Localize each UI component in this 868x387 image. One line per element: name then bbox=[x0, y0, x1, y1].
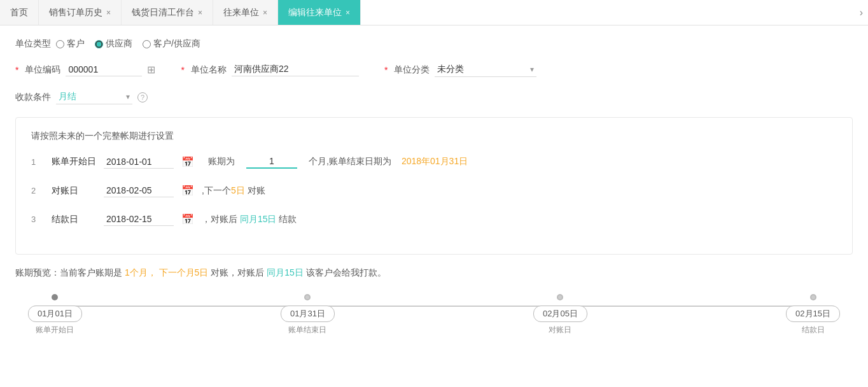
tab-sales-history-close[interactable]: × bbox=[106, 8, 111, 17]
unit-code-copy-icon[interactable]: ⊞ bbox=[147, 64, 155, 76]
preview-text: 账期预览：当前客户账期是 1个月， 下一个月5日 对账，对账后 同月15日 该客… bbox=[15, 267, 853, 279]
payment-chevron: ▾ bbox=[126, 92, 130, 101]
period-num-3: 3 bbox=[31, 215, 44, 224]
unit-category-value: 未分类 bbox=[437, 64, 528, 75]
preview-p1: 1个月， bbox=[125, 267, 157, 278]
period-desc-2: ,下一个5日 对账 bbox=[202, 185, 265, 197]
period-num-2: 2 bbox=[31, 186, 44, 195]
tab-edit-partner[interactable]: 编辑往来单位 × bbox=[278, 0, 361, 25]
tab-home-label: 首页 bbox=[10, 7, 28, 18]
settings-panel: 请按照未来的一个完整帐期进行设置 1 账单开始日 📅 账期为 个月,账单结束日期… bbox=[15, 117, 853, 255]
tl-dot-2 bbox=[304, 294, 311, 300]
tl-box-1: 01月01日 bbox=[28, 306, 82, 322]
payment-row: 收款条件 月结 ▾ ? bbox=[15, 90, 853, 104]
tl-box-2: 01月31日 bbox=[281, 306, 335, 322]
radio-supplier-input[interactable] bbox=[95, 40, 103, 48]
unit-name-input[interactable] bbox=[232, 63, 359, 76]
period-desc-3: ，对账后 同月15日 结款 bbox=[202, 214, 297, 225]
radio-customer-input[interactable] bbox=[56, 40, 64, 48]
payment-value: 月结 bbox=[59, 91, 123, 102]
unit-type-row: 单位类型 客户 供应商 客户/供应商 bbox=[15, 38, 853, 50]
unit-code-label: 单位编码 bbox=[25, 64, 60, 76]
radio-customer[interactable]: 客户 bbox=[56, 38, 85, 50]
unit-info-row: * 单位编码 ⊞ * 单位名称 * 单位分类 未分类 ▾ bbox=[15, 62, 853, 77]
timeline-point-3: 02月05日 对账日 bbox=[533, 294, 587, 335]
panel-title: 请按照未来的一个完整帐期进行设置 bbox=[31, 130, 837, 142]
unit-type-label: 单位类型 bbox=[15, 38, 51, 50]
period-label-2: 对账日 bbox=[52, 185, 96, 197]
unit-type-radio-group: 客户 供应商 客户/供应商 bbox=[56, 38, 200, 50]
period-label-1: 账单开始日 bbox=[52, 156, 96, 167]
radio-customer-label: 客户 bbox=[67, 38, 85, 50]
period-row-1: 1 账单开始日 📅 账期为 个月,账单结束日期为 2018年01月31日 bbox=[31, 155, 837, 169]
unit-code-input[interactable] bbox=[66, 63, 142, 76]
tl-label-1: 账单开始日 bbox=[36, 325, 74, 335]
tab-edit-partner-label: 编辑往来单位 bbox=[288, 7, 342, 18]
payment-group: 收款条件 月结 ▾ ? bbox=[15, 90, 148, 104]
tab-cash-work-label: 钱货日清工作台 bbox=[132, 7, 194, 18]
timeline-point-4: 02月15日 结款日 bbox=[786, 294, 840, 335]
tab-bar: 首页 销售订单历史 × 钱货日清工作台 × 往来单位 × 编辑往来单位 × › bbox=[0, 0, 868, 25]
period-desc-1-suffix: 个月,账单结束日期为 bbox=[309, 156, 391, 167]
payment-date-calendar[interactable]: 📅 bbox=[181, 213, 194, 225]
reconcile-date-input[interactable] bbox=[104, 184, 174, 197]
payment-highlight: 同月15日 bbox=[240, 214, 277, 224]
period-desc-1-middle: 账期为 bbox=[208, 156, 235, 167]
tl-label-2: 账单结束日 bbox=[288, 325, 326, 335]
payment-label: 收款条件 bbox=[15, 92, 51, 103]
radio-both[interactable]: 客户/供应商 bbox=[143, 38, 200, 50]
period-row-2: 2 对账日 📅 ,下一个5日 对账 bbox=[31, 184, 837, 197]
timeline-point-1: 01月01日 账单开始日 bbox=[28, 294, 82, 335]
start-date-calendar[interactable]: 📅 bbox=[181, 156, 194, 168]
unit-code-star: * bbox=[15, 65, 18, 75]
preview-prefix: 账期预览：当前客户账期是 bbox=[15, 267, 122, 278]
unit-name-label: 单位名称 bbox=[191, 64, 227, 76]
radio-supplier-label: 供应商 bbox=[106, 38, 132, 50]
month-input[interactable] bbox=[246, 155, 297, 169]
start-date-input[interactable] bbox=[104, 155, 174, 169]
payment-select[interactable]: 月结 ▾ bbox=[56, 90, 132, 104]
tab-cash-work[interactable]: 钱货日清工作台 × bbox=[122, 0, 213, 25]
tl-label-3: 对账日 bbox=[549, 325, 571, 335]
unit-category-group: * 单位分类 未分类 ▾ bbox=[384, 62, 536, 77]
payment-help-icon[interactable]: ? bbox=[137, 92, 148, 102]
payment-date-input[interactable] bbox=[104, 213, 174, 226]
unit-category-chevron: ▾ bbox=[530, 65, 534, 74]
reconcile-date-calendar[interactable]: 📅 bbox=[181, 185, 194, 197]
unit-category-star: * bbox=[384, 65, 388, 75]
tl-dot-1 bbox=[52, 294, 58, 300]
period-end-date: 2018年01月31日 bbox=[402, 156, 468, 167]
tl-box-4: 02月15日 bbox=[786, 306, 840, 322]
tl-box-3: 02月05日 bbox=[533, 306, 587, 322]
preview-p5: 该客户会给我打款。 bbox=[306, 267, 386, 278]
tab-nav-right: › bbox=[860, 0, 868, 25]
tab-partner[interactable]: 往来单位 × bbox=[213, 0, 278, 25]
unit-name-group: * 单位名称 bbox=[181, 63, 358, 76]
unit-category-select[interactable]: 未分类 ▾ bbox=[435, 62, 536, 77]
period-label-3: 结款日 bbox=[52, 214, 96, 225]
tab-partner-close[interactable]: × bbox=[263, 8, 267, 17]
radio-supplier[interactable]: 供应商 bbox=[95, 38, 132, 50]
reconcile-highlight: 5日 bbox=[231, 185, 245, 195]
unit-type-group: 单位类型 客户 供应商 客户/供应商 bbox=[15, 38, 200, 50]
tl-label-4: 结款日 bbox=[802, 325, 825, 335]
timeline-point-2: 01月31日 账单结束日 bbox=[281, 294, 335, 335]
period-num-1: 1 bbox=[31, 157, 44, 167]
tl-dot-4 bbox=[810, 294, 816, 300]
preview-p2: 下一个月5日 bbox=[159, 267, 209, 278]
radio-both-input[interactable] bbox=[143, 40, 151, 48]
preview-p3: 对账，对账后 bbox=[211, 267, 264, 278]
main-content: 单位类型 客户 供应商 客户/供应商 * 单位编码 bbox=[0, 25, 868, 387]
tab-nav-arrow[interactable]: › bbox=[860, 7, 863, 18]
tab-sales-history-label: 销售订单历史 bbox=[49, 7, 102, 18]
tab-sales-history[interactable]: 销售订单历史 × bbox=[39, 0, 122, 25]
unit-name-star: * bbox=[181, 65, 184, 75]
period-row-3: 3 结款日 📅 ，对账后 同月15日 结款 bbox=[31, 213, 837, 226]
preview-p4: 同月15日 bbox=[267, 267, 304, 278]
unit-code-group: * 单位编码 ⊞ bbox=[15, 63, 155, 76]
tab-edit-partner-close[interactable]: × bbox=[346, 8, 350, 17]
tab-partner-label: 往来单位 bbox=[223, 7, 259, 18]
tab-home[interactable]: 首页 bbox=[0, 0, 39, 25]
radio-both-label: 客户/供应商 bbox=[153, 38, 200, 50]
tab-cash-work-close[interactable]: × bbox=[198, 8, 202, 17]
